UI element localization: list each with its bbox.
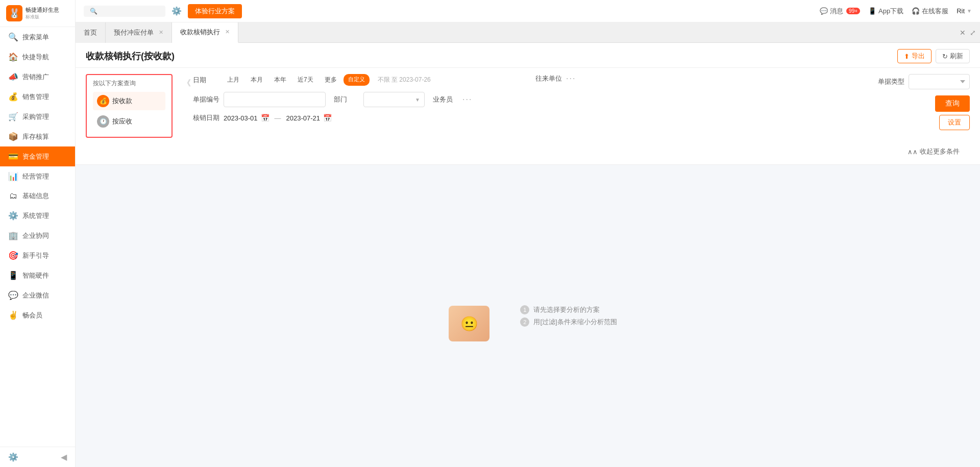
sidebar-item-sales[interactable]: 💰 销售管理 (0, 87, 75, 107)
wechat-icon: 💬 (8, 290, 18, 300)
sidebar-item-label: 新手引导 (22, 251, 49, 260)
receipt-icon: 💰 (97, 95, 109, 107)
verify-date-range: 2023-03-01 📅 — 2023-07-21 📅 (224, 114, 332, 122)
filter-options-panel: 按以下方案查询 💰 按收款 🕐 按应收 (86, 74, 173, 138)
tabs-bar: 首页 预付冲应付单 ✕ 收款核销执行 ✕ ✕ ⤢ (76, 22, 980, 43)
sidebar-item-label: 基础信息 (22, 191, 49, 201)
sidebar-item-hardware[interactable]: 📱 智能硬件 (0, 265, 75, 285)
sidebar-item-enterprise[interactable]: 🏢 企业协同 (0, 226, 75, 245)
industry-solution-button[interactable]: 体验行业方案 (188, 4, 242, 18)
online-service-label: 在线客服 (922, 7, 948, 16)
filter-by-receivable[interactable]: 🕐 按应收 (93, 112, 165, 131)
app-download-item[interactable]: 📱 App下载 (868, 7, 903, 16)
topbar-right: 💬 消息 99+ 📱 App下载 🎧 在线客服 Rit ▼ (820, 7, 972, 16)
staff-dots[interactable]: ··· (462, 95, 472, 104)
refresh-button[interactable]: ↻ 刷新 (936, 49, 970, 63)
enterprise-icon: 🏢 (8, 231, 18, 240)
calendar-start-icon[interactable]: 📅 (261, 114, 270, 122)
sidebar-item-quick-nav[interactable]: 🏠 快捷导航 (0, 47, 75, 67)
calendar-end-icon[interactable]: 📅 (323, 114, 332, 122)
sidebar-settings-icon[interactable]: ⚙️ (8, 452, 18, 462)
date-btn-last-month[interactable]: 上月 (223, 74, 244, 86)
online-service-item[interactable]: 🎧 在线客服 (912, 7, 948, 16)
sidebar-logo: 🐰 畅捷通好生意 标准版 (0, 0, 75, 27)
guide-icon: 🎯 (8, 251, 18, 260)
close-tab-icon[interactable]: ✕ (960, 29, 966, 37)
filter-panel-title: 按以下方案查询 (93, 79, 165, 88)
user-item[interactable]: Rit ▼ (957, 7, 972, 15)
inventory-icon: 📦 (8, 132, 18, 141)
filter-by-receipt[interactable]: 💰 按收款 (93, 92, 165, 110)
sidebar-item-label: 系统管理 (22, 211, 49, 220)
page-area: 收款核销执行(按收款) ⬆ 导出 ↻ 刷新 按以下方案查询 (76, 43, 980, 467)
verifydate-label: 核销日期 (193, 113, 219, 122)
date-buttons: 上月 本月 本年 近7天 更多 自定义 (223, 74, 370, 86)
expand-tab-icon[interactable]: ⤢ (970, 29, 976, 37)
sidebar-item-wechat[interactable]: 💬 企业微信 (0, 285, 75, 305)
counterpart-label: 往来单位 (535, 74, 562, 83)
sidebar-footer: ⚙️ ◀ (0, 447, 75, 467)
step-1-num: 1 (520, 305, 529, 314)
filter-row-counterpart: 往来单位 ··· (535, 74, 870, 83)
topbar-search-box[interactable]: 🔍 (84, 6, 165, 17)
filter-counterpart-field: 往来单位 ··· (535, 74, 576, 83)
tab-prepay[interactable]: 预付冲应付单 ✕ (106, 22, 172, 43)
verify-end-date: 2023-07-21 (286, 114, 321, 122)
date-range-dash: — (275, 114, 281, 122)
dept-select[interactable]: ▼ (363, 92, 425, 107)
sidebar-item-vip[interactable]: ✌️ 畅会员 (0, 305, 75, 325)
sidebar-item-search[interactable]: 🔍 搜索菜单 (0, 27, 75, 47)
tab-close-collection[interactable]: ✕ (225, 29, 230, 35)
verify-start-date: 2023-03-01 (224, 114, 258, 122)
sidebar: 🐰 畅捷通好生意 标准版 🔍 搜索菜单 🏠 快捷导航 📣 营销推广 💰 销售管理… (0, 0, 76, 467)
sidebar-item-funds[interactable]: 💳 资金管理 (0, 146, 75, 166)
tabs-actions: ✕ ⤢ (960, 29, 980, 37)
billno-input[interactable] (224, 92, 326, 107)
sidebar-item-label: 快捷导航 (22, 53, 49, 62)
sidebar-item-system[interactable]: ⚙️ 系统管理 (0, 206, 75, 226)
sidebar-item-guide[interactable]: 🎯 新手引导 (0, 245, 75, 265)
date-btn-custom[interactable]: 自定义 (344, 74, 370, 86)
tab-close-prepay[interactable]: ✕ (159, 29, 163, 36)
filter-row-verifydate: 核销日期 2023-03-01 📅 — 2023-07-21 📅 (193, 113, 527, 122)
billtype-select[interactable] (909, 74, 970, 89)
date-btn-more[interactable]: 更多 (320, 74, 341, 86)
tab-collection[interactable]: 收款核销执行 ✕ (172, 22, 238, 43)
chevron-down-icon: ▼ (967, 8, 972, 14)
empty-step-2: 2 用[过滤]条件来缩小分析范围 (520, 317, 617, 327)
date-btn-this-year[interactable]: 本年 (270, 74, 291, 86)
tab-home[interactable]: 首页 (76, 22, 106, 43)
settings-icon-topbar[interactable]: ⚙️ (172, 6, 182, 16)
collapse-more-button[interactable]: ∧∧ 收起更多条件 (908, 144, 970, 160)
date-btn-7days[interactable]: 近7天 (293, 74, 318, 86)
filter-billno-field: 单据编号 (193, 92, 326, 107)
sidebar-item-label: 经营管理 (22, 172, 49, 181)
tab-prepay-label: 预付冲应付单 (114, 28, 154, 37)
page-title: 收款核销执行(按收款) (86, 50, 175, 62)
sidebar-item-inventory[interactable]: 📦 库存核算 (0, 127, 75, 146)
sidebar-item-label: 搜索菜单 (22, 33, 49, 42)
sidebar-item-basic[interactable]: 🗂 基础信息 (0, 186, 75, 206)
filter-settings-button[interactable]: 设置 (939, 115, 970, 130)
date-btn-this-month[interactable]: 本月 (246, 74, 267, 86)
headset-icon: 🎧 (912, 7, 920, 15)
filter-collapse-button[interactable]: 《 (183, 74, 193, 138)
billno-label: 单据编号 (193, 95, 219, 104)
query-button[interactable]: 查询 (935, 95, 970, 112)
sidebar-item-marketing[interactable]: 📣 营销推广 (0, 67, 75, 87)
filter-area: 按以下方案查询 💰 按收款 🕐 按应收 《 (76, 68, 980, 142)
message-item[interactable]: 💬 消息 99+ (820, 7, 860, 16)
sidebar-item-purchase[interactable]: 🛒 采购管理 (0, 107, 75, 127)
sidebar-item-business[interactable]: 📊 经营管理 (0, 166, 75, 186)
sidebar-collapse-icon[interactable]: ◀ (61, 452, 67, 462)
message-badge: 99+ (846, 8, 860, 14)
counterpart-dots[interactable]: ··· (566, 74, 576, 83)
sidebar-item-label: 销售管理 (22, 92, 49, 102)
export-button[interactable]: ⬆ 导出 (897, 49, 932, 63)
marketing-icon: 📣 (8, 72, 18, 82)
filter-row-billno: 单据编号 部门 ▼ 业务员 (193, 92, 527, 107)
collapse-more-label: 收起更多条件 (920, 147, 960, 156)
sidebar-item-label: 智能硬件 (22, 271, 49, 280)
sidebar-item-label: 畅会员 (22, 311, 42, 320)
basic-icon: 🗂 (8, 191, 18, 201)
